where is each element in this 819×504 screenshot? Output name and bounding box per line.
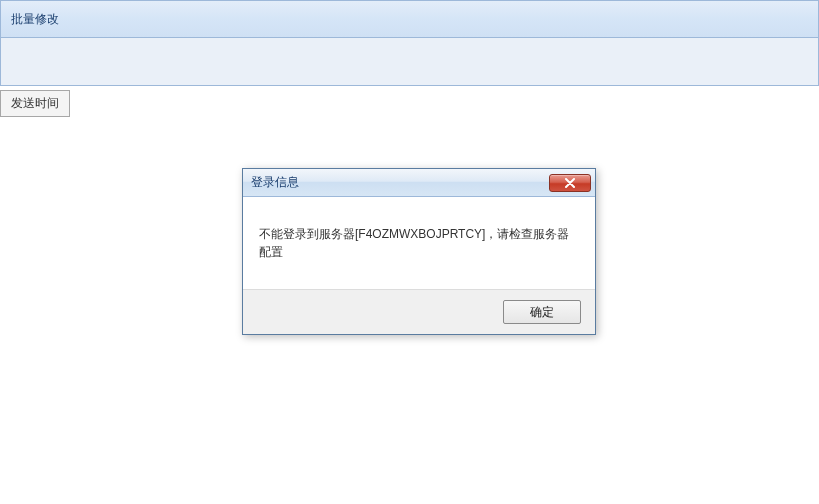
close-icon (564, 178, 576, 188)
dialog-body: 不能登录到服务器[F4OZMWXBOJPRTCY]，请检查服务器配置 (243, 197, 595, 289)
dialog-title: 登录信息 (251, 174, 299, 191)
login-info-dialog: 登录信息 不能登录到服务器[F4OZMWXBOJPRTCY]，请检查服务器配置 … (242, 168, 596, 335)
ribbon-menu-batch-edit[interactable]: 批量修改 (11, 11, 59, 28)
close-button[interactable] (549, 174, 591, 192)
ok-button[interactable]: 确定 (503, 300, 581, 324)
dialog-title-bar: 登录信息 (243, 169, 595, 197)
dialog-message: 不能登录到服务器[F4OZMWXBOJPRTCY]，请检查服务器配置 (259, 227, 569, 259)
dialog-footer: 确定 (243, 289, 595, 334)
tab-row: 发送时间 (0, 90, 819, 117)
secondary-toolbar (0, 38, 819, 86)
ribbon-bar: 批量修改 (0, 0, 819, 38)
tab-send-time[interactable]: 发送时间 (0, 90, 70, 117)
